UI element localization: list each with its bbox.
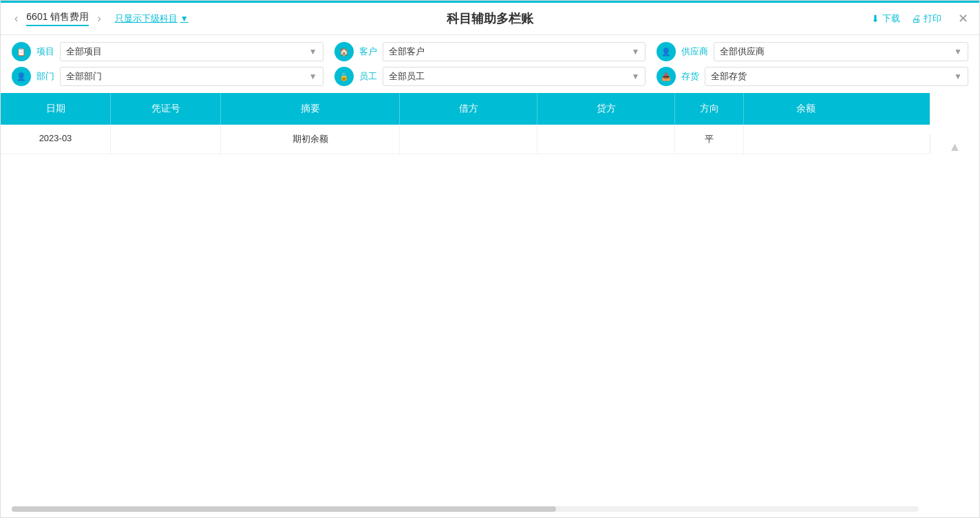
inventory-select[interactable]: 全部存货 ▼ xyxy=(705,67,968,86)
department-dropdown-icon: ▼ xyxy=(309,72,317,81)
table-row: 2023-03 期初余额 平 xyxy=(1,125,930,154)
supplier-dropdown-icon: ▼ xyxy=(954,47,962,56)
print-icon: 🖨 xyxy=(911,13,921,24)
show-sub-toggle[interactable]: 只显示下级科目 ▼ xyxy=(115,12,189,25)
customer-dropdown-icon: ▼ xyxy=(631,47,639,56)
customer-label: 客户 xyxy=(359,45,377,58)
cell-voucher xyxy=(111,125,221,154)
download-icon: ⬇ xyxy=(871,13,880,24)
col-credit: 贷方 xyxy=(537,93,675,125)
inventory-label: 存货 xyxy=(681,70,699,83)
col-summary: 摘要 xyxy=(221,93,400,125)
customer-select[interactable]: 全部客户 ▼ xyxy=(383,42,646,61)
filter-employee-row: 🔒 员工 全部员工 ▼ xyxy=(334,67,646,86)
filter-department-row: 👤 部门 全部部门 ▼ xyxy=(12,67,323,86)
close-button[interactable]: ✕ xyxy=(958,11,968,26)
header-bar: ‹ 6601 销售费用 › 只显示下级科目 ▼ 科目辅助多栏账 ⬇ 下载 🖨 打… xyxy=(1,3,979,35)
employee-dropdown-icon: ▼ xyxy=(631,72,639,81)
project-select[interactable]: 全部项目 ▼ xyxy=(60,42,323,61)
supplier-icon: 👤 xyxy=(657,42,676,61)
department-label: 部门 xyxy=(36,70,54,83)
inventory-icon: 📥 xyxy=(657,67,676,86)
employee-select[interactable]: 全部员工 ▼ xyxy=(383,67,646,86)
next-account-button[interactable]: › xyxy=(94,11,103,26)
cell-direction: 平 xyxy=(675,125,744,154)
col-date: 日期 xyxy=(1,93,111,125)
show-sub-label: 只显示下级科目 xyxy=(115,12,178,25)
cell-debit xyxy=(400,125,537,154)
inventory-dropdown-icon: ▼ xyxy=(954,72,962,81)
col-balance: 余额 xyxy=(744,93,868,125)
filter-supplier-row: 👤 供应商 全部供应商 ▼ xyxy=(657,42,968,61)
employee-icon: 🔒 xyxy=(334,67,354,86)
download-button[interactable]: ⬇ 下载 xyxy=(871,12,900,25)
table-area: 日期 凭证号 摘要 借方 贷方 方向 余额 2023-03 期初余额 平 xyxy=(1,93,930,154)
cell-summary: 期初余额 xyxy=(221,125,400,154)
department-icon: 👤 xyxy=(12,67,31,86)
inventory-value: 全部存货 xyxy=(711,70,954,83)
supplier-value: 全部供应商 xyxy=(720,45,954,58)
page-title: 科目辅助多栏账 xyxy=(447,10,533,27)
filter-customer-row: 🏠 客户 全部客户 ▼ xyxy=(334,42,646,61)
main-window: ‹ 6601 销售费用 › 只显示下级科目 ▼ 科目辅助多栏账 ⬇ 下载 🖨 打… xyxy=(0,0,980,518)
department-value: 全部部门 xyxy=(66,70,309,83)
customer-value: 全部客户 xyxy=(389,45,632,58)
show-sub-arrow-icon: ▼ xyxy=(180,14,189,23)
project-icon: 📋 xyxy=(12,42,31,61)
project-label: 项目 xyxy=(36,45,54,58)
project-value: 全部项目 xyxy=(66,45,309,58)
project-dropdown-icon: ▼ xyxy=(309,47,317,56)
horizontal-scrollbar-area xyxy=(1,504,930,515)
timeline-panel: ▲ 2023.03 2023.03 4月 5月 6月 7月 8月 9月 10月 … xyxy=(930,134,979,154)
col-debit: 借方 xyxy=(400,93,537,125)
supplier-select[interactable]: 全部供应商 ▼ xyxy=(714,42,968,61)
employee-value: 全部员工 xyxy=(389,70,632,83)
cell-credit xyxy=(537,125,675,154)
scrollbar-track[interactable] xyxy=(12,506,919,512)
table-body: 2023-03 期初余额 平 xyxy=(1,125,930,154)
cell-balance xyxy=(744,125,868,154)
col-voucher: 凭证号 xyxy=(111,93,221,125)
filter-area: 📋 项目 全部项目 ▼ 🏠 客户 全部客户 ▼ 👤 供应商 全部供应商 ▼ xyxy=(1,35,979,93)
prev-account-button[interactable]: ‹ xyxy=(12,11,21,26)
employee-label: 员工 xyxy=(359,70,377,83)
download-label: 下载 xyxy=(882,12,900,25)
table-header: 日期 凭证号 摘要 借方 贷方 方向 余额 xyxy=(1,93,930,125)
filter-inventory-row: 📥 存货 全部存货 ▼ xyxy=(657,67,968,86)
department-select[interactable]: 全部部门 ▼ xyxy=(60,67,323,86)
timeline-up-button[interactable]: ▲ xyxy=(946,137,964,154)
cell-date: 2023-03 xyxy=(1,125,111,154)
scrollbar-thumb[interactable] xyxy=(12,506,556,512)
filter-project-row: 📋 项目 全部项目 ▼ xyxy=(12,42,323,61)
account-code-name: 6601 销售费用 xyxy=(26,11,89,26)
header-actions: ⬇ 下载 🖨 打印 ✕ xyxy=(871,11,968,26)
content-area: 日期 凭证号 摘要 借方 贷方 方向 余额 2023-03 期初余额 平 xyxy=(1,93,979,154)
print-button[interactable]: 🖨 打印 xyxy=(911,12,941,25)
supplier-label: 供应商 xyxy=(681,45,708,58)
print-label: 打印 xyxy=(924,12,941,25)
col-direction: 方向 xyxy=(675,93,744,125)
account-nav: ‹ 6601 销售费用 › xyxy=(12,11,104,26)
customer-icon: 🏠 xyxy=(334,42,354,61)
